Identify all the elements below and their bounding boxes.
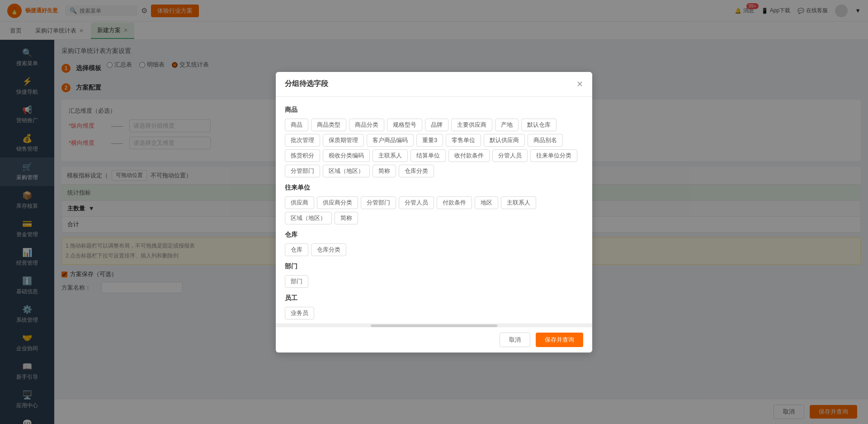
field-settle-unit[interactable]: 结算单位 [410,149,446,162]
field-salesperson[interactable]: 业务员 [285,307,314,319]
modal-save-button[interactable]: 保存并查询 [536,333,583,347]
field-alias[interactable]: 商品别名 [528,134,563,147]
field-origin[interactable]: 产地 [495,119,519,131]
field-manage-dept[interactable]: 分管部门 [361,196,396,209]
field-dept[interactable]: 分管部门 [285,165,320,177]
modal-overlay: 分组待选字段 ✕ 商品 商品 商品类型 商品分类 规格型号 品牌 主要供应商 产… [0,0,868,424]
field-wh-cat[interactable]: 仓库分类 [399,165,434,177]
modal-header: 分组待选字段 ✕ [276,72,592,97]
group-title-staff: 员工 [285,294,583,302]
modal-title: 分组待选字段 [285,79,328,89]
field-wh[interactable]: 仓库 [285,243,308,256]
field-retail-unit[interactable]: 零售单位 [446,134,481,147]
field-abbr[interactable]: 简称 [335,212,358,224]
group-title-warehouse: 仓库 [285,231,583,239]
field-pay-terms[interactable]: 付款条件 [437,196,472,209]
field-main-supplier[interactable]: 主要供应商 [451,119,492,131]
field-weight3[interactable]: 重量3 [416,134,443,147]
group-title-dept: 部门 [285,262,583,271]
field-supplier-cat[interactable]: 供应商分类 [317,196,358,209]
field-batch[interactable]: 批次管理 [285,134,320,147]
group-fields-warehouse: 仓库 仓库分类 [285,243,583,256]
field-payment-terms[interactable]: 收付款条件 [448,149,490,162]
modal-hscroll[interactable] [276,324,592,326]
group-title-goods: 商品 [285,106,583,114]
field-default-supplier[interactable]: 默认供应商 [484,134,525,147]
field-tax-code[interactable]: 税收分类编码 [323,149,370,162]
modal-footer: 取消 保存并查询 [276,327,592,353]
field-manage-person[interactable]: 分管人员 [399,196,434,209]
field-spec[interactable]: 规格型号 [387,119,422,131]
group-fields-goods: 商品 商品类型 商品分类 规格型号 品牌 主要供应商 产地 默认仓库 批次管理 … [285,119,583,177]
field-region[interactable]: 区域（地区） [323,165,370,177]
group-fields-staff: 业务员 [285,307,583,319]
hscroll-thumb [371,324,497,327]
field-goods[interactable]: 商品 [285,119,308,131]
field-supervisor[interactable]: 分管人员 [492,149,528,162]
group-fields-dept: 部门 [285,275,583,288]
field-goods-cat[interactable]: 商品分类 [349,119,384,131]
field-default-wh[interactable]: 默认仓库 [521,119,557,131]
group-fields-partner: 供应商 供应商分类 分管部门 分管人员 付款条件 地区 主联系人 区域（地区） … [285,196,583,224]
field-pick-score[interactable]: 拣货积分 [285,149,320,162]
field-dept2[interactable]: 部门 [285,275,308,288]
field-area[interactable]: 地区 [475,196,498,209]
field-contact[interactable]: 主联系人 [501,196,536,209]
modal-body[interactable]: 商品 商品 商品类型 商品分类 规格型号 品牌 主要供应商 产地 默认仓库 批次… [276,97,592,324]
field-cust-code[interactable]: 客户商品编码 [367,134,414,147]
field-short-name[interactable]: 简称 [373,165,396,177]
field-brand[interactable]: 品牌 [425,119,448,131]
field-main-contact[interactable]: 主联系人 [373,149,408,162]
modal-cancel-button[interactable]: 取消 [500,333,530,347]
field-region2[interactable]: 区域（地区） [285,212,332,224]
modal: 分组待选字段 ✕ 商品 商品 商品类型 商品分类 规格型号 品牌 主要供应商 产… [276,72,592,353]
field-expiry[interactable]: 保质期管理 [323,134,364,147]
field-goods-type[interactable]: 商品类型 [311,119,346,131]
group-title-partner: 往来单位 [285,184,583,192]
field-partner-cat[interactable]: 往来单位分类 [530,149,577,162]
field-wh-class[interactable]: 仓库分类 [311,243,346,256]
modal-close-button[interactable]: ✕ [576,79,583,89]
field-supplier[interactable]: 供应商 [285,196,314,209]
